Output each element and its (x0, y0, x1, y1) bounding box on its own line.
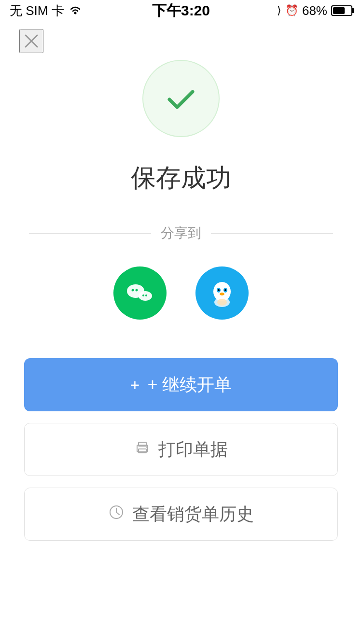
svg-point-0 (74, 12, 76, 14)
svg-point-13 (224, 289, 226, 291)
status-time: 下午3:20 (152, 1, 210, 21)
status-right: ⟩ ⏰ 68% (277, 3, 352, 18)
wechat-share-button[interactable] (113, 266, 167, 320)
history-button[interactable]: 查看销货单历史 (24, 488, 338, 541)
clock-icon (108, 504, 125, 525)
location-icon: ⟩ (277, 4, 281, 17)
print-label: 打印单据 (158, 438, 228, 462)
svg-point-12 (218, 289, 220, 291)
svg-point-14 (220, 293, 224, 295)
share-icons-row (113, 266, 249, 320)
history-label: 查看销货单历史 (132, 503, 254, 526)
buttons-section: + + 继续开单 打印单据 (0, 358, 362, 541)
continue-label: + 继续开单 (147, 373, 232, 397)
battery-percent: 68% (302, 3, 327, 18)
main-content: 保存成功 分享到 (0, 21, 362, 541)
continue-button[interactable]: + + 继续开单 (24, 358, 338, 411)
print-button[interactable]: 打印单据 (24, 423, 338, 476)
print-icon (134, 439, 151, 460)
svg-line-23 (116, 512, 119, 515)
plus-icon: + (130, 376, 140, 394)
svg-point-7 (142, 294, 144, 296)
svg-point-6 (136, 289, 138, 292)
wifi-icon (68, 3, 83, 18)
svg-point-4 (139, 291, 152, 301)
svg-point-5 (132, 289, 134, 292)
share-divider: 分享到 (0, 224, 362, 242)
svg-point-8 (145, 294, 147, 296)
status-bar: 无 SIM 卡 下午3:20 ⟩ ⏰ 68% (0, 0, 362, 21)
status-left: 无 SIM 卡 (10, 2, 83, 19)
alarm-icon: ⏰ (285, 4, 298, 17)
qq-share-button[interactable] (195, 266, 249, 320)
share-label: 分享到 (151, 224, 211, 242)
divider-left (29, 233, 151, 234)
success-icon (142, 60, 220, 137)
no-sim-label: 无 SIM 卡 (10, 2, 64, 19)
svg-point-20 (146, 446, 148, 448)
svg-point-16 (217, 299, 227, 306)
close-button[interactable] (19, 29, 43, 53)
battery-icon (331, 5, 352, 16)
divider-right (211, 233, 333, 234)
success-title: 保存成功 (131, 161, 231, 195)
